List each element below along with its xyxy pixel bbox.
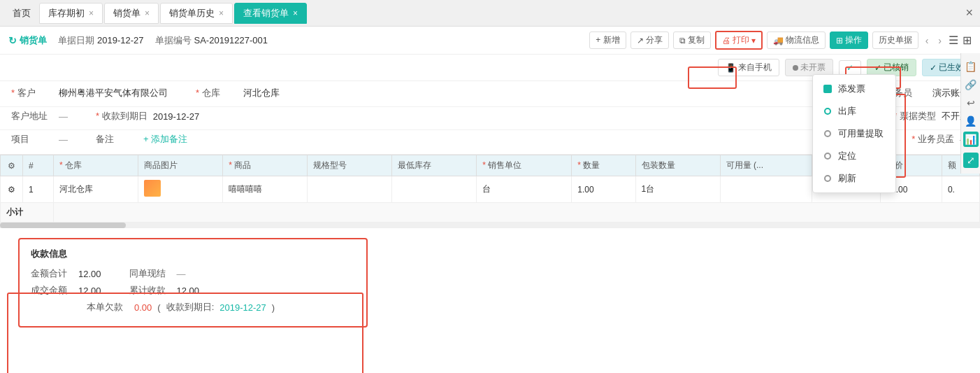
- due-date-value2[interactable]: 2019-12-27: [219, 302, 266, 313]
- due-date-label: 收款到期日: [96, 110, 147, 122]
- product-img-header: 商品图片: [138, 155, 223, 176]
- tab-bar: 首页 库存期初 × 销货单 × 销货单历史 × 查看销货单 × ×: [0, 0, 980, 27]
- close-icon[interactable]: ×: [219, 8, 224, 18]
- qty-header: 数量: [572, 155, 635, 176]
- deal-amount-item: 成交金额 12.00: [31, 284, 101, 297]
- payment-box: 收款信息 金额合计 12.00 同单现结 — 成交金额 12.00: [18, 238, 368, 328]
- list-view-icon[interactable]: ☰: [949, 34, 958, 47]
- print-button[interactable]: 🖨 打印 ▾: [715, 31, 763, 50]
- deal-label: 成交金额: [31, 284, 73, 297]
- locate-item[interactable]: 定位: [813, 145, 895, 167]
- row-min-stock: [392, 176, 477, 203]
- confirm-button[interactable]: ✓: [839, 60, 861, 76]
- payment-section: 收款信息 金额合计 12.00 同单现结 — 成交金额 12.00: [0, 228, 980, 337]
- doc-date-label: 单据日期: [58, 34, 94, 47]
- sidebar-icon-3[interactable]: ↩: [963, 95, 979, 111]
- close-icon[interactable]: ×: [89, 8, 94, 18]
- doc-no-value: SA-20191227-001: [194, 35, 268, 45]
- warehouse-value[interactable]: 河北仓库: [243, 87, 280, 99]
- add-invoice-label: 添发票: [838, 83, 865, 95]
- logistics-button[interactable]: 🚚 物流信息: [767, 31, 826, 49]
- main-container: ↻ 销货单 单据日期 2019-12-27 单据编号 SA-20191227-0…: [0, 27, 980, 373]
- next-arrow[interactable]: ›: [935, 34, 944, 48]
- available-header: 可用量 (...: [720, 155, 812, 176]
- project-field: 项目 —: [11, 133, 68, 146]
- operation-icon: ⊞: [836, 36, 843, 45]
- row-available: [720, 176, 812, 203]
- cumulative-label: 累计收款: [129, 284, 171, 297]
- product-thumbnail: [144, 180, 161, 197]
- note-label: 备注: [96, 133, 138, 146]
- operation-button[interactable]: ⊞ 操作: [830, 31, 868, 49]
- close-icon[interactable]: ×: [145, 8, 150, 18]
- expand-icon[interactable]: ⤢: [963, 153, 979, 168]
- tab-label: 库存期初: [48, 7, 85, 20]
- window-close-button[interactable]: ×: [965, 6, 973, 20]
- operations-dropdown: 添发票 出库 可用量提取 定位: [812, 74, 896, 193]
- locate-label: 定位: [838, 150, 856, 162]
- owed-value: 0.00: [134, 302, 152, 313]
- history-button[interactable]: 历史单据: [872, 31, 918, 49]
- prev-arrow[interactable]: ‹: [923, 34, 932, 48]
- row-warehouse: 河北仓库: [54, 176, 138, 203]
- doc-number: 单据编号 SA-20191227-001: [155, 34, 268, 47]
- new-button[interactable]: + 新增: [589, 31, 626, 49]
- same-order-value: —: [177, 269, 186, 279]
- tab-home[interactable]: 首页: [6, 7, 38, 20]
- address-label: 客户地址: [11, 110, 53, 122]
- share-button[interactable]: ↗ 分享: [630, 31, 669, 49]
- add-invoice-item[interactable]: 添发票: [813, 78, 895, 100]
- row-gear[interactable]: ⚙: [1, 176, 23, 203]
- out-stock-icon: [823, 106, 833, 116]
- check-circle-icon: ✓: [874, 63, 881, 73]
- note-field: 备注 + 添加备注: [96, 133, 884, 146]
- tab-view-sales[interactable]: 查看销货单 ×: [234, 3, 307, 24]
- mobile-icon: 📱: [726, 63, 736, 73]
- out-stock-label: 出库: [838, 105, 856, 118]
- from-mobile-button[interactable]: 📱 来自手机: [718, 59, 779, 76]
- sidebar-icon-1[interactable]: 📋: [963, 59, 979, 74]
- doc-no-label: 单据编号: [155, 34, 192, 47]
- payment-title: 收款信息: [31, 248, 355, 260]
- total-label: 金额合计: [31, 267, 73, 280]
- doc-date: 单据日期 2019-12-27: [58, 34, 144, 47]
- refresh-item[interactable]: 刷新: [813, 167, 895, 190]
- tab-label: 销货单: [113, 7, 140, 20]
- project-value[interactable]: —: [59, 134, 68, 145]
- scroll-bar[interactable]: [0, 223, 980, 228]
- tab-sales-history[interactable]: 销货单历史 ×: [160, 3, 233, 24]
- payment-row-1: 金额合计 12.00 同单现结 —: [31, 267, 355, 280]
- copy-icon: ⧉: [679, 36, 686, 45]
- tab-inventory-init[interactable]: 库存期初 ×: [39, 3, 103, 24]
- subtotal-data: [54, 203, 980, 223]
- available-qty-item[interactable]: 可用量提取: [813, 122, 895, 145]
- project-label: 项目: [11, 133, 53, 146]
- due-date-value[interactable]: 2019-12-27: [153, 111, 200, 122]
- close-icon[interactable]: ×: [293, 8, 298, 18]
- sidebar-icon-2[interactable]: 🔗: [963, 77, 979, 92]
- scroll-thumb[interactable]: [0, 223, 126, 228]
- sidebar-icon-4[interactable]: 👤: [963, 113, 979, 129]
- staff-field: 业务员 演示账号: [885, 87, 969, 99]
- dropdown-arrow-icon: ▾: [751, 36, 756, 45]
- warehouse-header: 仓库: [54, 155, 138, 176]
- min-stock-header: 最低库存: [392, 155, 477, 176]
- subtotal-row: 小计: [1, 203, 980, 223]
- same-order-item: 同单现结 —: [129, 267, 186, 280]
- warehouse-field: 仓库 河北仓库: [196, 87, 857, 99]
- product-header: 商品: [223, 155, 308, 176]
- address-value[interactable]: —: [59, 111, 68, 122]
- toolbar: + 新增 ↗ 分享 ⧉ 复制 🖨 打印 ▾ 🚚 物流信息: [589, 31, 972, 50]
- copy-button[interactable]: ⧉ 复制: [673, 31, 711, 49]
- grid-view-icon[interactable]: ⊞: [963, 34, 972, 47]
- row-seq: 1: [23, 176, 54, 203]
- out-stock-item[interactable]: 出库: [813, 100, 895, 122]
- due-date-field: 收款到期日 2019-12-27: [96, 110, 865, 122]
- due-date-label2: 收款到期日:: [166, 301, 215, 314]
- tab-sales-order[interactable]: 销货单 ×: [104, 3, 159, 24]
- sidebar-icon-5[interactable]: 📊: [963, 132, 979, 147]
- add-note-button[interactable]: + 添加备注: [143, 133, 187, 146]
- customer-label: 客户: [11, 87, 53, 99]
- payment-row-2: 成交金额 12.00 累计收款 12.00: [31, 284, 355, 297]
- customer-value[interactable]: 柳州粤港平安气体有限公司: [59, 87, 168, 99]
